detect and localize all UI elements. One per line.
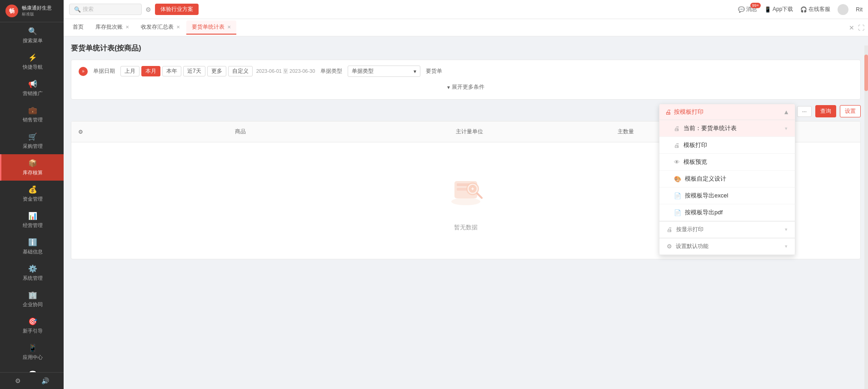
doc-type-label: 单据类型 [320, 67, 342, 75]
topbar-right: 💬 消息 99+ 📱 App下载 🎧 在线客服 Rit [738, 4, 863, 15]
purchase-icon: 🛒 [28, 132, 37, 141]
query-btn[interactable]: 查询 [815, 105, 836, 117]
right-scrollbar[interactable] [864, 45, 868, 389]
dropdown-default-func[interactable]: ⚙ 设置默认功能 ▾ [659, 238, 795, 255]
sidebar-item-operation[interactable]: 📊 经营管理 [0, 207, 64, 233]
search-icon: 🔍 [74, 6, 81, 13]
tab-inventory-batch[interactable]: 库存批次账 ✕ [90, 20, 135, 35]
tab-order-stat[interactable]: 要货单统计表 ✕ [186, 20, 236, 35]
template-excel-label: 按模板导出excel [685, 192, 728, 200]
page-title: 要货单统计表(按商品) [71, 44, 861, 53]
empty-illustration [445, 170, 486, 218]
date-filter-label: 单据日期 [93, 67, 115, 75]
dropdown-template-design[interactable]: 🎨 模板自定义设计 [659, 171, 795, 187]
sidebar-item-purchase[interactable]: 🛒 采购管理 [0, 128, 64, 154]
trial-btn[interactable]: 体验行业方案 [155, 4, 199, 15]
sidebar-item-sales[interactable]: 💼 销售管理 [0, 101, 64, 128]
tabs-right: ✕ ⛶ [849, 24, 864, 31]
sidebar-item-wechat[interactable]: 💬 企业微信 [0, 365, 64, 372]
topbar-app-download[interactable]: 📱 App下载 [764, 5, 793, 13]
filter-expand-icon[interactable]: » [79, 67, 88, 76]
message-badge: 99+ [750, 3, 761, 8]
date-buttons: 上月 本月 本年 近7天 更多 自定义 2023-06-01 至 2023-06… [120, 66, 315, 76]
dropdown-close-btn[interactable]: ▲ [783, 108, 789, 116]
tab-home[interactable]: 首页 [67, 20, 89, 35]
sidebar-item-finance[interactable]: 💰 资金管理 [0, 181, 64, 207]
beginner-icon: 🎯 [28, 317, 37, 326]
dropdown-display-print[interactable]: 🖨 按显示打印 ▾ [659, 221, 795, 238]
chevron-down-icon: ▾ [414, 68, 416, 75]
printer-header-icon: 🖨 [665, 108, 671, 116]
settings-btn[interactable]: 设置 [840, 105, 861, 117]
user-avatar [838, 4, 848, 15]
dropdown-current-label: 当前：要货单统计表 [683, 124, 737, 132]
tab-receipt-summary-close[interactable]: ✕ [176, 25, 180, 30]
sidebar-item-appstore[interactable]: 📱 应用中心 [0, 339, 64, 365]
sidebar-item-beginner[interactable]: 🎯 新手引导 [0, 313, 64, 339]
display-print-icon: 🖨 [667, 226, 673, 233]
default-func-icon: ⚙ [667, 243, 672, 250]
topbar-search[interactable]: 🔍 搜索 [69, 4, 142, 15]
display-print-label: 按显示打印 [676, 226, 703, 233]
tab-order-stat-close[interactable]: ✕ [227, 25, 231, 30]
appstore-icon: 📱 [28, 344, 37, 352]
template-pdf-icon: 📄 [674, 209, 681, 216]
username[interactable]: Rit [856, 6, 863, 13]
sidebar-item-search[interactable]: 🔍 搜索菜单 [0, 22, 64, 49]
system-icon: ⚙️ [28, 264, 37, 273]
date-range-text: 2023-06-01 至 2023-06-30 [256, 68, 315, 75]
sidebar-footer: ⚙ 🔊 [0, 372, 64, 389]
template-design-left: 🎨 模板自定义设计 [674, 175, 726, 183]
current-item-arrow: ▾ [785, 126, 788, 131]
template-pdf-label: 按模板导出pdf [685, 208, 723, 217]
basic-icon: ℹ️ [28, 238, 37, 247]
dropdown-title-label: 按模板打印 [674, 108, 703, 116]
tab-inventory-batch-label: 库存批次账 [95, 23, 123, 31]
tab-receipt-summary[interactable]: 收发存汇总表 ✕ [135, 20, 185, 35]
topbar-gear-icon[interactable]: ⚙ [145, 6, 151, 13]
dropdown-template-pdf[interactable]: 📄 按模板导出pdf [659, 204, 795, 221]
speaker-icon[interactable]: 🔊 [41, 377, 49, 384]
filter-expand-btn[interactable]: ▾ 展开更多条件 [440, 81, 492, 94]
date-more-btn[interactable]: 更多 [207, 66, 226, 76]
tab-order-stat-label: 要货单统计表 [192, 23, 224, 31]
sidebar-item-system[interactable]: ⚙️ 系统管理 [0, 260, 64, 286]
date-prev-month-btn[interactable]: 上月 [120, 66, 140, 76]
close-window-btn[interactable]: ✕ [849, 24, 854, 31]
app-logo: 畅 畅康通好生意 标准版 [0, 0, 64, 22]
sidebar-item-enterprise[interactable]: 🏢 企业协同 [0, 286, 64, 313]
settings-label: 设置 [845, 107, 856, 115]
display-print-left: 🖨 按显示打印 [667, 226, 703, 233]
sidebar-item-marketing[interactable]: 📢 营销推广 [0, 75, 64, 101]
th-gear[interactable]: ⚙ [71, 126, 90, 138]
topbar-online-service[interactable]: 🎧 在线客服 [800, 5, 830, 13]
doc-type-select[interactable]: 单据类型 ▾ [348, 66, 420, 77]
date-cur-year-btn[interactable]: 本年 [162, 66, 181, 76]
finance-icon: 💰 [28, 185, 37, 194]
template-pdf-left: 📄 按模板导出pdf [674, 208, 723, 217]
search-icon: 🔍 [28, 27, 37, 35]
dropdown-header: 🖨 按模板打印 ▲ [659, 104, 795, 120]
date-cur-month-btn[interactable]: 本月 [141, 66, 160, 76]
date-last7-btn[interactable]: 近7天 [183, 66, 205, 76]
expand-window-btn[interactable]: ⛶ [858, 24, 864, 31]
main-area: 🔍 搜索 ⚙ 体验行业方案 💬 消息 99+ 📱 App下载 🎧 在线客服 Ri… [64, 0, 868, 389]
doc-type-value: 单据类型 [352, 67, 374, 75]
sidebar-item-basic[interactable]: ℹ️ 基础信息 [0, 233, 64, 260]
template-design-icon: 🎨 [674, 176, 681, 182]
dropdown-template-preview[interactable]: 👁 模板预览 [659, 154, 795, 171]
sidebar-item-label: 系统管理 [23, 275, 43, 282]
dropdown-current-item[interactable]: 🖨 当前：要货单统计表 ▾ [659, 120, 795, 137]
more-btn[interactable]: ··· [797, 106, 812, 117]
page-content: 要货单统计表(按商品) » 单据日期 上月 本月 本年 近7天 更多 自定义 2… [64, 36, 868, 389]
template-preview-label: 模板预览 [683, 158, 707, 166]
topbar-message[interactable]: 💬 消息 99+ [738, 5, 757, 13]
dropdown-template-print[interactable]: 🖨 模板打印 [659, 137, 795, 154]
dropdown-template-excel[interactable]: 📄 按模板导出excel [659, 187, 795, 204]
sidebar-item-inventory[interactable]: 📦 库存核算 [0, 154, 64, 181]
sidebar-item-quick-nav[interactable]: ⚡ 快捷导航 [0, 49, 64, 75]
settings-footer-icon[interactable]: ⚙ [15, 377, 21, 384]
sales-icon: 💼 [28, 106, 37, 115]
tab-inventory-batch-close[interactable]: ✕ [125, 25, 129, 30]
date-custom-btn[interactable]: 自定义 [228, 66, 253, 76]
